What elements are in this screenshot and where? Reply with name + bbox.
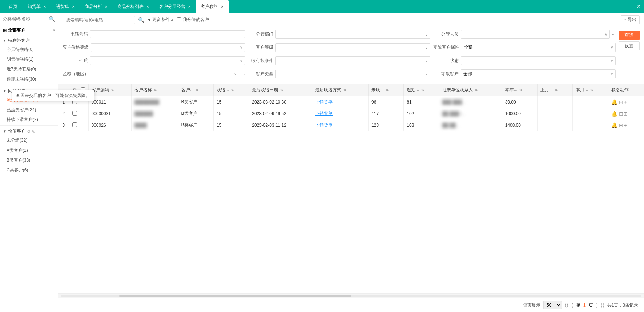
th-contact-count[interactable]: 联络... ⇅: [213, 84, 249, 96]
filter-region: 区域（地区） ∨ ···: [63, 70, 245, 78]
payment-select[interactable]: ∨: [275, 56, 430, 65]
contact-icon-2[interactable]: 🔔: [611, 122, 617, 128]
th-code[interactable]: 客户编码 ⇅: [88, 84, 131, 96]
sidebar-item-tomorrow[interactable]: 明天待联络(1): [0, 54, 58, 64]
next-page-btn[interactable]: ⟩: [596, 302, 598, 308]
th-type[interactable]: 客户... ⇅: [178, 84, 213, 96]
contact-icon-1[interactable]: 🔔: [611, 111, 617, 117]
cell-last-method-0[interactable]: 下销货单: [312, 96, 369, 108]
region-label: 区域（地区）: [63, 71, 89, 77]
settings-button[interactable]: 设置: [619, 41, 640, 50]
nav-analysis-list[interactable]: 商品分析列表 ×: [112, 0, 154, 13]
window-close-btn[interactable]: ×: [637, 3, 640, 10]
cell-num-1: 2: [58, 108, 69, 119]
sidebar-item-b-class[interactable]: B类客户(33): [0, 155, 58, 165]
churn-tooltip: 90天未交易的客户，可能有流失风险。: [12, 90, 94, 101]
sidebar-all-customers[interactable]: ⊞ 全部客户 «: [0, 25, 58, 36]
prev-page-btn[interactable]: ⟨: [571, 302, 573, 308]
first-page-btn[interactable]: ⟨⟨: [565, 302, 568, 308]
nav-sales-close[interactable]: ×: [44, 0, 46, 13]
sidebar-item-c-class[interactable]: C类客户(6): [0, 165, 58, 175]
nav-customer-segment-close[interactable]: ×: [188, 0, 190, 13]
more-action-icon-2[interactable]: ⊞⊞: [619, 122, 628, 128]
nav-analysis[interactable]: 商品分析 ×: [80, 0, 112, 13]
th-last-date[interactable]: 最后联络日期 ⇅: [249, 84, 312, 96]
status-select[interactable]: ∨: [461, 56, 616, 65]
nav-home[interactable]: 首页: [4, 0, 23, 13]
customer-grade-select[interactable]: ∨: [275, 43, 430, 52]
sidebar-search-input[interactable]: [3, 16, 49, 21]
sidebar-item-a-class[interactable]: A类客户(1): [0, 146, 58, 155]
search-button[interactable]: 🔍: [138, 17, 144, 23]
refresh-icon[interactable]: ↻: [27, 129, 31, 134]
last-page-btn[interactable]: ⟩⟩: [601, 302, 604, 308]
manager-chevron-icon: ∨: [605, 32, 607, 36]
row-checkbox-2[interactable]: [72, 122, 77, 127]
nav-customer-contact-label: 客户联络: [201, 0, 218, 13]
th-overdue[interactable]: 逾期... ⇅: [404, 84, 439, 96]
cell-person-0: ███ ███...: [439, 96, 502, 108]
scrollbar-thumb[interactable]: [119, 295, 351, 297]
cell-last-method-2[interactable]: 下销货单: [312, 119, 369, 131]
my-customers-filter[interactable]: 我分管的客户: [177, 17, 209, 23]
group-value-text: 价值客户: [8, 128, 25, 134]
region-more-btn[interactable]: ···: [241, 72, 245, 77]
sidebar-item-7days[interactable]: 近7天待联络(0): [0, 64, 58, 74]
th-this-month[interactable]: 本月... ⇅: [573, 84, 608, 96]
manager-select[interactable]: ∨: [461, 30, 610, 39]
search-input[interactable]: [63, 16, 135, 24]
region-select[interactable]: ∨: [91, 70, 239, 78]
filter-bar: 🔍 ▼ 更多条件 ∧ 我分管的客户 ↑ 导出: [58, 13, 644, 27]
nav-customer-contact-close[interactable]: ×: [221, 0, 223, 13]
edit-icon[interactable]: ✎: [31, 129, 35, 134]
sidebar-item-declining[interactable]: 持续下滑客户(2): [0, 115, 58, 125]
sidebar-item-churned[interactable]: 已流失客户(24): [0, 105, 58, 115]
dept-select[interactable]: ∨: [275, 30, 430, 39]
nav-sales[interactable]: 销货单 ×: [23, 0, 51, 13]
sidebar-item-today[interactable]: 今天待联络(0): [0, 45, 58, 54]
nav-customer-contact[interactable]: 客户联络 ×: [196, 0, 228, 13]
collapse-arrow-icon: «: [53, 28, 55, 32]
contact-icon-0[interactable]: 🔔: [611, 99, 617, 105]
row-checkbox-1[interactable]: [72, 111, 77, 116]
horizontal-scrollbar[interactable]: [58, 293, 644, 298]
th-last-method[interactable]: 最后联络方式 ⇅: [312, 84, 369, 96]
price-grade-select[interactable]: ∨: [91, 43, 245, 52]
filter-phone: 电话号码: [63, 30, 245, 38]
nav-purchase-close[interactable]: ×: [72, 0, 74, 13]
nav-analysis-close[interactable]: ×: [105, 0, 107, 13]
manager-more-btn[interactable]: ···: [612, 32, 616, 37]
query-button[interactable]: 查询: [619, 31, 640, 40]
cell-last-method-1[interactable]: 下销货单: [312, 108, 369, 119]
group-value-label[interactable]: ▼ 价值客户 ↻ ✎: [0, 126, 58, 135]
more-action-icon-0[interactable]: ⊞⊞: [619, 99, 628, 105]
group-pending-label[interactable]: ▼ 待联络客户: [0, 36, 58, 45]
nav-purchase[interactable]: 进货单 ×: [51, 0, 79, 13]
sort-icon-code: ⇅: [111, 88, 114, 92]
more-action-icon-1[interactable]: ⊞⊞: [619, 111, 628, 117]
sidebar-item-overdue[interactable]: 逾期未联络(30): [0, 74, 58, 84]
th-name[interactable]: 客户名称 ⇅: [132, 84, 178, 96]
nav-customer-segment[interactable]: 客户分层经营 ×: [154, 0, 196, 13]
export-button[interactable]: ↑ 导出: [621, 15, 640, 24]
retail-attr-select[interactable]: 全部 ∨: [462, 43, 616, 52]
page-size-label: 每页显示: [523, 302, 540, 308]
page-size-select[interactable]: 50 100: [543, 301, 562, 309]
phone-input[interactable]: [90, 30, 245, 38]
cell-actions-2: 🔔 ⊞⊞: [608, 119, 644, 131]
th-person[interactable]: 往来单位联系人 ⇅: [439, 84, 502, 96]
cell-contact-0: 15: [213, 96, 249, 108]
more-conditions-btn[interactable]: ▼ 更多条件 ∧: [147, 17, 174, 23]
th-uncontacted[interactable]: 未联... ⇅: [369, 84, 404, 96]
nav-analysis-list-close[interactable]: ×: [146, 0, 149, 13]
nature-select[interactable]: ∨: [90, 56, 245, 65]
my-customers-checkbox[interactable]: [177, 17, 181, 22]
th-this-year[interactable]: 本年... ⇅: [502, 84, 537, 96]
cell-code-2: 000026: [88, 119, 131, 131]
customer-type-select[interactable]: ∨: [275, 70, 430, 78]
retail-customer-select[interactable]: 全部 ∨: [461, 69, 616, 78]
sidebar-item-ungrouped[interactable]: 未分组(32): [0, 135, 58, 145]
th-action-label: 联络动作: [611, 87, 629, 92]
cell-person-2: ██ ██...: [439, 119, 502, 131]
th-last-month[interactable]: 上月... ⇅: [537, 84, 572, 96]
